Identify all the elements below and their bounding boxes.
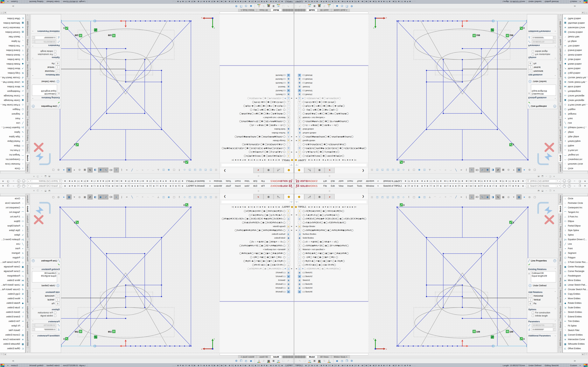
- flyout-menu-item[interactable]: ▩ Silhouette Entities: [0, 21, 25, 25]
- tree-item[interactable]: ▦ Sketch3: [294, 278, 368, 282]
- expand-icon[interactable]: ⌄: [554, 30, 556, 33]
- view-toolbar-button[interactable]: ∿: [103, 167, 108, 173]
- flyout-menu-item[interactable]: ╱ Line: [0, 242, 25, 246]
- restore-button[interactable]: ❐: [6, 179, 11, 183]
- tree-item[interactable]: Σ ◯ ƨƼИΝ◎◉✥Α∪ᵚƷЄ◯ ◉◯ ƷЄᵚ∪Α✥◉◎ИΝƨƼ◯: [220, 119, 294, 123]
- minimize-button[interactable]: –: [11, 184, 16, 188]
- tree-item[interactable]: ▥ ◯ ƨƼ✥ƷЄƨƼ◯ИΝ◎◉✥ ƆϹƷЄ∪ƷЄƨƼ◯ ◉◯ ƨƼƷЄ∪ƷЄƆ…: [294, 146, 368, 150]
- panel-tab[interactable]: ⊕: [314, 194, 324, 200]
- scroll-thumb[interactable]: [294, 353, 368, 355]
- commandmanager-tab[interactable]: Features: [25, 194, 30, 204]
- commandmanager-tab[interactable]: Sheet Metal: [25, 104, 30, 117]
- toolbar-grip[interactable]: ⋮⋮: [292, 5, 293, 8]
- view-toolbar-button[interactable]: ⊥: [427, 167, 432, 173]
- relation-badges[interactable]: 3 3 109 109 3: [400, 203, 525, 340]
- search-dropdown-icon[interactable]: ▼: [559, 185, 560, 187]
- tree-item[interactable]: ✎ ◯ ƨƼ٠∩ ✳♟ΑΜ◯ ◉◯ ΜΑ♟✳ ∩٠ƨƼ◯: [294, 123, 368, 127]
- confirmation-corner[interactable]: [538, 203, 553, 223]
- tree-item[interactable]: ▶ ◷ ◯ 人♟◎✥ ƨƼ◦ƺ◯ ◉◯ ƺ◦ƼƨΑ✥◎♟人◯: [220, 150, 294, 154]
- spinner-control[interactable]: ▲▼: [32, 324, 35, 327]
- view-toolbar-button[interactable]: ⌐: [145, 194, 150, 200]
- expander-icon[interactable]: ▶: [290, 98, 293, 99]
- panel-tab[interactable]: ⬟: [284, 194, 294, 200]
- view-toolbar-button[interactable]: ╱: [130, 194, 135, 200]
- panel-tab[interactable]: ⎇: [304, 167, 314, 173]
- checkbox[interactable]: [532, 315, 534, 317]
- flyout-menu-item[interactable]: ◝ Sketch Fillet: [0, 34, 25, 39]
- spinner-control[interactable]: ▲▼: [553, 40, 556, 43]
- collapse-icon[interactable]: ⌃: [554, 291, 556, 293]
- bottom-toolbar-button[interactable]: ❏: [303, 359, 307, 363]
- bottom-toolbar-button[interactable]: ❏: [303, 4, 307, 8]
- document-tab[interactable]: Motion Study 1: [331, 355, 350, 358]
- view-toolbar-button[interactable]: ▢: [51, 194, 56, 200]
- pin-icon[interactable]: ➤: [208, 184, 212, 188]
- view-toolbar-button[interactable]: ◫: [161, 194, 166, 200]
- tree-item[interactable]: ▥ ◯ ƨƼ✥ƷЄƨƼ◯ИΝ◎◉✥ ƆϹƷЄ∪ƷЄƨƼ◯ ◉◯ ƨƼƷЄ∪ƷЄƆ…: [294, 217, 368, 221]
- view-toolbar-button[interactable]: ⌊: [119, 167, 124, 173]
- graphics-area[interactable]: ▧ ◫ ◰ ◱: [30, 194, 220, 353]
- panel-tab[interactable]: ⎇: [274, 194, 284, 200]
- bottom-toolbar-button[interactable]: ◙: [335, 359, 339, 363]
- view-toolbar-button[interactable]: ⌐: [438, 167, 443, 173]
- tree-item[interactable]: ★ ◯ ƨƼƸ✥◎♟◎ΛΑΦ◯ ◉◯ ΦΑΛ◎♟◎✥ƸƼƨ◯: [220, 154, 294, 158]
- confirm-arrow-icon[interactable]: [35, 153, 43, 161]
- view-toolbar-button[interactable]: ◉: [417, 194, 422, 200]
- search-box[interactable]: ◫ ⌕ ▼: [27, 179, 62, 183]
- tree-item[interactable]: ▣ Solid Bodies: [294, 127, 368, 131]
- view-toolbar-button[interactable]: ◉: [166, 194, 171, 200]
- flyout-menu-item[interactable]: ⇲ Scale Entities: [0, 57, 25, 62]
- display-mode-arrow-icon[interactable]: ▲: [7, 1, 9, 2]
- confirm-arrow-icon[interactable]: [545, 153, 553, 161]
- document-tab[interactable]: Model: [270, 9, 282, 12]
- commandmanager-tab[interactable]: Markup: [25, 38, 30, 47]
- close-button[interactable]: ✕: [0, 179, 5, 183]
- flyout-menu-item[interactable]: ▣ Center Rectangle: [563, 264, 588, 269]
- collapse-icon[interactable]: ⌃: [32, 268, 34, 271]
- add-relation-button[interactable]: — Horizontal: [32, 69, 60, 73]
- help-icon[interactable]: ?: [568, 180, 571, 183]
- panel-tab[interactable]: ⊕: [314, 167, 324, 173]
- parameter-input[interactable]: 10.88152731: [35, 40, 56, 43]
- menu-item[interactable]: Insert: [233, 179, 243, 183]
- flyout-menu-item[interactable]: ⬡ Polygon: [563, 255, 588, 260]
- tree-item[interactable]: ✎ ◯ ƨƼ٠∩ ✳♟ΑΜ◯ ◉◯ ΜΑ♟✳ ∩٠ƨƼ◯: [294, 240, 368, 244]
- checkbox[interactable]: [54, 315, 56, 317]
- flyout-menu-item[interactable]: ▱ Parallelogram: [563, 89, 588, 93]
- flyout-menu-item[interactable]: ▪ Point: [563, 116, 588, 121]
- search-dropdown-icon[interactable]: ▼: [28, 185, 29, 187]
- flyout-menu-item[interactable]: ↗ Move Entities: [563, 66, 588, 71]
- panel-expand-arrow-icon[interactable]: ❯: [362, 169, 364, 172]
- document-window-control-icon[interactable]: ⬓: [43, 175, 47, 178]
- tree-item[interactable]: ◨ Surface Bodies: [294, 131, 368, 135]
- scroll-right-icon[interactable]: ▶: [4, 353, 7, 355]
- flyout-menu-item[interactable]: ╱ Line: [0, 121, 25, 125]
- flyout-menu-item[interactable]: ≋ Intersection Curve: [0, 337, 25, 342]
- flyout-menu-item[interactable]: ƒx Equation Driven Curve: [563, 237, 588, 242]
- commandmanager-tab[interactable]: Weldments: [558, 91, 563, 104]
- panel-tab[interactable]: ◕: [253, 167, 263, 173]
- menu-item[interactable]: Window: [212, 179, 224, 183]
- flyout-menu-item[interactable]: ⊢ Stretch Entities: [563, 53, 588, 57]
- commandmanager-tab[interactable]: Sketch: [558, 204, 563, 214]
- flyout-menu-item[interactable]: ◆ Rotate Entities: [563, 62, 588, 66]
- tree-item[interactable]: ⊥ ◯ ИΝ◦9Ɔ◦♟◎◯ ◉◯ ◎♟◦Ɔ9◦ИΝ◯: [220, 100, 294, 104]
- view-toolbar-button[interactable]: ◠: [432, 167, 438, 173]
- flyout-menu-item[interactable]: ⌒ Tangent Arc: [563, 210, 588, 214]
- relation-badges[interactable]: 3 3 109 109 3: [63, 27, 188, 164]
- tree-item[interactable]: ⊥ ◯ ИΝ◦9Ɔ◦♟◎◯ ◉◯ ◎♟◦Ɔ9◦ИΝ◯: [220, 263, 294, 267]
- bottom-toolbar-button[interactable]: ❒: [345, 359, 349, 363]
- search-icon[interactable]: ⌕: [556, 180, 558, 183]
- expander-icon[interactable]: ▶: [295, 140, 298, 142]
- bottom-toolbar-button[interactable]: ◷: [244, 359, 248, 363]
- checkbox[interactable]: [532, 312, 534, 314]
- document-tab[interactable]: Model: [270, 355, 282, 358]
- checkbox[interactable]: [54, 50, 56, 52]
- tree-item[interactable]: ▦ (-) Sketch1: [294, 93, 368, 96]
- relations-listbox[interactable]: Collinear108Equal length109: [531, 271, 556, 283]
- panel-tab[interactable]: ⊕: [264, 194, 274, 200]
- tab-nav-icon[interactable]: ‹: [297, 356, 300, 358]
- view-toolbar-button[interactable]: ⇆: [87, 167, 93, 173]
- document-tab[interactable]: 3D Views: [318, 355, 331, 358]
- collapse-icon[interactable]: ⌃: [554, 44, 556, 47]
